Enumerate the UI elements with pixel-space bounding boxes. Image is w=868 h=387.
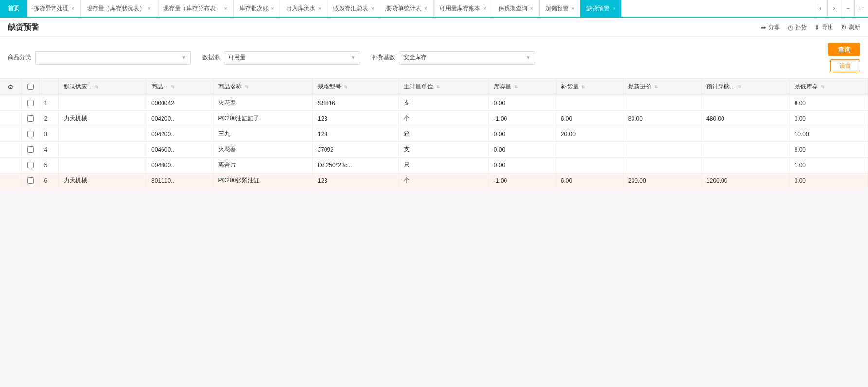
cell-settings (0, 158, 21, 173)
row-checkbox-0[interactable] (27, 100, 34, 106)
cell-latest-price: 80.00 (623, 111, 701, 126)
col-stock-qty[interactable]: 库存量 ⇅ (488, 79, 556, 95)
cell-checkbox[interactable] (21, 158, 39, 173)
cell-replenish-qty: 6.00 (556, 173, 623, 189)
tab-demand-stat[interactable]: 要货单统计表 × (380, 0, 434, 17)
tab-close-inventory-status[interactable]: × (148, 6, 151, 11)
export-btn[interactable]: ⇓ 导出 (814, 23, 833, 32)
tab-available-ledger[interactable]: 可用量库存账本 × (434, 0, 492, 17)
tab-home[interactable]: 首页 (0, 0, 28, 17)
cell-checkbox[interactable] (21, 173, 39, 189)
replenish-basis-select[interactable]: 安全库存 ▼ (399, 51, 535, 65)
col-product-name[interactable]: 商品名称 ⇅ (213, 79, 312, 95)
row-checkbox-4[interactable] (27, 162, 34, 168)
tab-close-batch-account[interactable]: × (271, 6, 274, 11)
tab-receipt-summary[interactable]: 收发存汇总表 × (327, 0, 380, 17)
share-icon: ➦ (761, 24, 766, 31)
cell-spec: 123 (313, 126, 399, 142)
table-row[interactable]: 6 力天机械 801110... PC200张紧油缸 123 个 -1.00 6… (0, 173, 868, 189)
datasource-label: 数据源 (202, 53, 220, 62)
table-header-row: ⚙ 默认供应... ⇅ 商品... ⇅ (0, 79, 868, 95)
cell-replenish-qty (556, 158, 623, 173)
table-row[interactable]: 1 0000042 火花塞 SS816 支 0.00 8.00 (0, 95, 868, 111)
tab-close-inventory-dist[interactable]: × (224, 6, 227, 11)
cell-latest-price (623, 142, 701, 158)
cell-replenish-qty (556, 95, 623, 111)
sort-icon-spec: ⇅ (344, 85, 348, 89)
cell-unit: 只 (399, 158, 488, 173)
tab-scroll-left-btn[interactable]: ‹ (814, 0, 827, 17)
cell-min-stock: 8.00 (789, 95, 868, 111)
cell-unit: 个 (399, 173, 488, 189)
cell-replenish-qty: 6.00 (556, 111, 623, 126)
category-select[interactable]: ▼ (35, 51, 191, 65)
col-default-supplier[interactable]: 默认供应... ⇅ (58, 79, 146, 95)
table-row[interactable]: 2 力天机械 004200... PC200油缸缸子 123 个 -1.00 6… (0, 111, 868, 126)
tab-expiry-query[interactable]: 保质期查询 × (492, 0, 540, 17)
setting-button[interactable]: 设置 (830, 59, 860, 72)
tab-close-receipt-summary[interactable]: × (371, 6, 374, 11)
export-icon: ⇓ (814, 24, 820, 31)
cell-num: 4 (39, 142, 58, 158)
tab-close-expiry-query[interactable]: × (530, 6, 533, 11)
refresh-icon: ↻ (841, 24, 847, 31)
cell-supplier (58, 142, 146, 158)
sort-icon-unit: ⇅ (436, 85, 440, 89)
tab-pick-anomaly[interactable]: 拣货异常处理 × (28, 0, 81, 17)
tab-scroll-right-btn[interactable]: › (827, 0, 841, 17)
col-checkbox[interactable] (21, 79, 39, 95)
tab-close-overstock-warn[interactable]: × (572, 6, 575, 11)
query-button[interactable]: 查询 (828, 43, 860, 56)
tab-close-pick-anomaly[interactable]: × (72, 6, 74, 11)
cell-checkbox[interactable] (21, 126, 39, 142)
sort-icon-product-code: ⇅ (171, 85, 175, 89)
tab-inout-flow[interactable]: 出入库流水 × (280, 0, 327, 17)
tab-shortage-warn[interactable]: 缺货预警 × (580, 0, 622, 17)
row-checkbox-5[interactable] (27, 177, 34, 184)
tab-overstock-warn[interactable]: 超储预警 × (540, 0, 581, 17)
col-product-code[interactable]: 商品... ⇅ (146, 79, 213, 95)
tab-close-inout-flow[interactable]: × (318, 6, 321, 11)
cell-checkbox[interactable] (21, 142, 39, 158)
replenish-btn[interactable]: ◷ 补货 (788, 23, 807, 32)
col-unit[interactable]: 主计量单位 ⇅ (399, 79, 488, 95)
cell-min-stock: 3.00 (789, 173, 868, 189)
settings-gear-icon[interactable]: ⚙ (5, 83, 17, 91)
cell-latest-price: 200.00 (623, 173, 701, 189)
cell-product-name: PC200张紧油缸 (213, 173, 312, 189)
tab-minimize-btn[interactable]: − (841, 0, 854, 17)
cell-stock-qty: -1.00 (488, 111, 556, 126)
tab-close-shortage-warn[interactable]: × (613, 6, 615, 11)
tab-close-demand-stat[interactable]: × (424, 6, 427, 11)
col-est-purchase[interactable]: 预计采购... ⇅ (702, 79, 790, 95)
col-min-stock[interactable]: 最低库存 ⇅ (789, 79, 868, 95)
datasource-select[interactable]: 可用量 ▼ (224, 51, 360, 65)
cell-unit: 个 (399, 111, 488, 126)
cell-product-code: 004600... (146, 142, 213, 158)
cell-est-purchase (702, 142, 790, 158)
tab-inventory-dist[interactable]: 现存量（库存分布表） × (157, 0, 234, 17)
col-latest-price[interactable]: 最新进价 ⇅ (623, 79, 701, 95)
select-all-checkbox[interactable] (27, 84, 34, 90)
table-row[interactable]: 5 004800... 离合片 DS250*23c... 只 0.00 1.00 (0, 158, 868, 173)
table-row[interactable]: 4 004600... 火花塞 J7092 支 0.00 8.00 (0, 142, 868, 158)
col-replenish-qty[interactable]: 补货量 ⇅ (556, 79, 623, 95)
tab-inventory-status[interactable]: 现存量（库存状况表） × (81, 0, 157, 17)
row-checkbox-1[interactable] (27, 115, 34, 122)
cell-supplier: 力天机械 (58, 111, 146, 126)
tab-batch-account[interactable]: 库存批次账 × (234, 0, 281, 17)
sort-icon-product-name: ⇅ (245, 85, 249, 89)
tab-maximize-btn[interactable]: □ (854, 0, 868, 17)
table-row[interactable]: 3 004200... 三九 123 箱 0.00 20.00 10.00 (0, 126, 868, 142)
sort-icon-supplier: ⇅ (95, 85, 99, 89)
col-settings[interactable]: ⚙ (0, 79, 21, 95)
col-spec[interactable]: 规格型号 ⇅ (313, 79, 399, 95)
cell-checkbox[interactable] (21, 95, 39, 111)
refresh-btn[interactable]: ↻ 刷新 (841, 23, 860, 32)
row-checkbox-3[interactable] (27, 146, 34, 153)
share-btn[interactable]: ➦ 分享 (761, 23, 780, 32)
tab-close-available-ledger[interactable]: × (483, 6, 486, 11)
cell-checkbox[interactable] (21, 111, 39, 126)
cell-unit: 箱 (399, 126, 488, 142)
row-checkbox-2[interactable] (27, 131, 34, 137)
